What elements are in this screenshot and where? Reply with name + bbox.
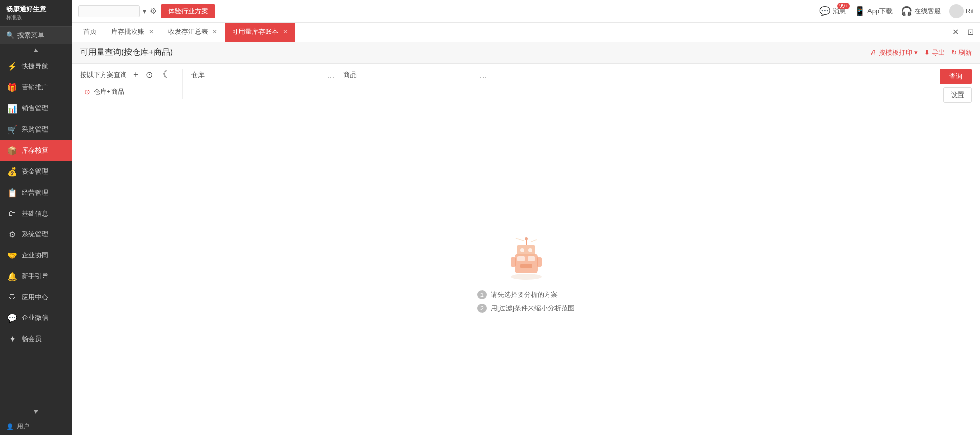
topbar-dropdown-btn[interactable] <box>143 7 146 15</box>
tabs-bar: 首页 库存批次账 ✕ 收发存汇总表 ✕ 可用量库存账本 ✕ ✕ ⊡ <box>72 23 980 42</box>
sidebar-item-operation[interactable]: 📋 经营管理 <box>0 182 72 203</box>
tab-deposit-summary[interactable]: 收发存汇总表 ✕ <box>161 23 225 42</box>
sidebar-label-purchase: 采购管理 <box>22 125 48 134</box>
quick-nav-icon: ⚡ <box>7 62 17 71</box>
message-icon: 💬 <box>819 6 830 17</box>
sidebar-item-quick-nav[interactable]: ⚡ 快捷导航 <box>0 56 72 77</box>
sidebar-menu: ⚡ 快捷导航 🎁 营销推广 📊 销售管理 🛒 采购管理 📦 库存核算 💰 资金管… <box>0 56 72 406</box>
sidebar-item-inventory[interactable]: 📦 库存核算 <box>0 140 72 161</box>
sidebar-item-appcenter[interactable]: 🛡 应用中心 <box>0 287 72 308</box>
tab-deposit-summary-label: 收发存汇总表 <box>168 27 208 36</box>
arrow-up-icon <box>33 46 40 54</box>
sidebar-user[interactable]: 👤 用户 <box>0 418 72 435</box>
svg-line-12 <box>516 238 524 241</box>
warehouse-more-btn[interactable]: … <box>327 70 335 80</box>
sidebar-label-basic: 基础信息 <box>22 209 48 218</box>
empty-state: 1 请先选择要分析的方案 2 用[过滤]条件来缩小分析范围 <box>72 108 980 435</box>
sidebar-item-cooperation[interactable]: 🤝 企业协同 <box>0 245 72 266</box>
sidebar-item-basic[interactable]: 🗂 基础信息 <box>0 203 72 224</box>
wechat-icon: 💬 <box>7 313 17 323</box>
tab-close-all-btn[interactable]: ✕ <box>950 27 961 37</box>
export-btn[interactable]: ⬇ 导出 <box>924 48 945 58</box>
user-avatar-icon: 👤 <box>6 423 14 430</box>
manage-scheme-btn[interactable]: ⊙ <box>144 69 154 80</box>
page-title: 可用量查询(按仓库+商品) <box>80 47 173 58</box>
print-icon: 🖨 <box>870 49 877 56</box>
filter-field-goods: 商品 … <box>343 69 487 81</box>
sidebar-username: 用户 <box>17 422 29 431</box>
trial-btn[interactable]: 体验行业方案 <box>161 4 215 18</box>
sidebar-label-guide: 新手引导 <box>22 272 48 281</box>
sidebar-scroll-down[interactable] <box>0 406 72 418</box>
add-scheme-btn[interactable]: ＋ <box>130 69 141 81</box>
system-icon: ⚙ <box>7 230 17 239</box>
svg-point-0 <box>511 274 542 280</box>
empty-tip-2: 2 用[过滤]条件来缩小分析范围 <box>477 304 575 313</box>
filter-scheme-panel: 按以下方案查询 ＋ ⊙ 《 ⊙ 仓库+商品 <box>80 69 183 99</box>
app-download-btn[interactable]: 📱 App下载 <box>854 6 893 17</box>
filter-goods-input[interactable] <box>362 69 476 81</box>
sidebar-item-sales[interactable]: 📊 销售管理 <box>0 98 72 119</box>
sidebar-label-sales: 销售管理 <box>22 104 48 113</box>
topbar-right: 💬 消息 99+ 📱 App下载 🎧 在线客服 Rit <box>819 4 974 18</box>
filter-goods-label: 商品 <box>343 70 359 80</box>
empty-tip-1: 1 请先选择要分析的方案 <box>477 290 575 299</box>
app-version: 标准版 <box>6 14 66 21</box>
sidebar-item-guide[interactable]: 🔔 新手引导 <box>0 266 72 287</box>
svg-rect-2 <box>517 256 525 261</box>
collapse-scheme-btn[interactable]: 《 <box>157 69 169 81</box>
goods-more-btn[interactable]: … <box>479 70 487 80</box>
tip-text-1: 请先选择要分析的方案 <box>491 290 558 299</box>
tab-window-controls: ✕ ⊡ <box>950 27 976 37</box>
sidebar-label-finance: 资金管理 <box>22 167 48 176</box>
sidebar-scroll-up[interactable] <box>0 44 72 56</box>
filter-warehouse-input[interactable] <box>210 69 324 81</box>
print-dropdown-icon: ▾ <box>914 49 918 56</box>
sidebar-item-marketing[interactable]: 🎁 营销推广 <box>0 77 72 98</box>
tab-maximize-btn[interactable]: ⊡ <box>965 27 976 37</box>
filter-scheme-label: 按以下方案查询 <box>80 70 127 80</box>
tab-batch-account[interactable]: 库存批次账 ✕ <box>104 23 161 42</box>
sidebar-label-cooperation: 企业协同 <box>22 251 48 260</box>
svg-line-13 <box>531 240 537 242</box>
refresh-btn[interactable]: ↻ 刷新 <box>951 48 972 58</box>
refresh-label: 刷新 <box>958 48 972 58</box>
query-btn[interactable]: 查询 <box>940 69 972 84</box>
user-avatar <box>949 4 964 18</box>
online-service-btn[interactable]: 🎧 在线客服 <box>901 6 941 17</box>
topbar-search-input[interactable] <box>78 5 140 17</box>
guide-icon: 🔔 <box>7 272 17 281</box>
print-btn[interactable]: 🖨 按模板打印 ▾ <box>870 48 918 58</box>
sidebar-label-quick-nav: 快捷导航 <box>22 62 48 71</box>
tab-deposit-summary-close[interactable]: ✕ <box>212 28 217 35</box>
tab-home[interactable]: 首页 <box>76 23 104 42</box>
sidebar-label-appcenter: 应用中心 <box>22 293 48 302</box>
operation-icon: 📋 <box>7 188 17 198</box>
user-profile-btn[interactable]: Rit <box>949 4 974 18</box>
scheme-item-warehouse-goods[interactable]: ⊙ 仓库+商品 <box>80 85 177 99</box>
topbar-gear-icon[interactable]: ⚙ <box>150 6 157 16</box>
tab-available-qty-close[interactable]: ✕ <box>283 28 288 35</box>
filter-field-warehouse: 仓库 … <box>191 69 335 81</box>
tab-available-qty[interactable]: 可用量库存账本 ✕ <box>225 23 295 42</box>
svg-rect-4 <box>520 264 532 268</box>
svg-rect-5 <box>511 257 516 267</box>
filter-row: 仓库 … 商品 … <box>191 69 936 81</box>
topbar-search-area: ⚙ <box>78 5 157 17</box>
scheme-item-label: 仓库+商品 <box>94 87 124 97</box>
page-header: 可用量查询(按仓库+商品) 🖨 按模板打印 ▾ ⬇ 导出 ↻ 刷新 <box>72 42 980 64</box>
sidebar-item-vip[interactable]: ✦ 畅会员 <box>0 329 72 350</box>
search-icon: 🔍 <box>6 31 14 39</box>
sidebar-item-finance[interactable]: 💰 资金管理 <box>0 161 72 182</box>
sidebar-search[interactable]: 🔍 搜索菜单 <box>0 27 72 44</box>
message-btn[interactable]: 💬 消息 99+ <box>819 6 846 17</box>
sidebar-item-wechat[interactable]: 💬 企业微信 <box>0 308 72 329</box>
online-service-icon: 🎧 <box>901 6 912 17</box>
finance-icon: 💰 <box>7 167 17 177</box>
sidebar-item-system[interactable]: ⚙ 系统管理 <box>0 224 72 245</box>
cooperation-icon: 🤝 <box>7 251 17 260</box>
app-name: 畅康通好生意 <box>6 5 66 14</box>
sidebar-item-purchase[interactable]: 🛒 采购管理 <box>0 119 72 140</box>
filter-settings-btn[interactable]: 设置 <box>943 87 972 103</box>
tab-batch-account-close[interactable]: ✕ <box>149 28 154 35</box>
